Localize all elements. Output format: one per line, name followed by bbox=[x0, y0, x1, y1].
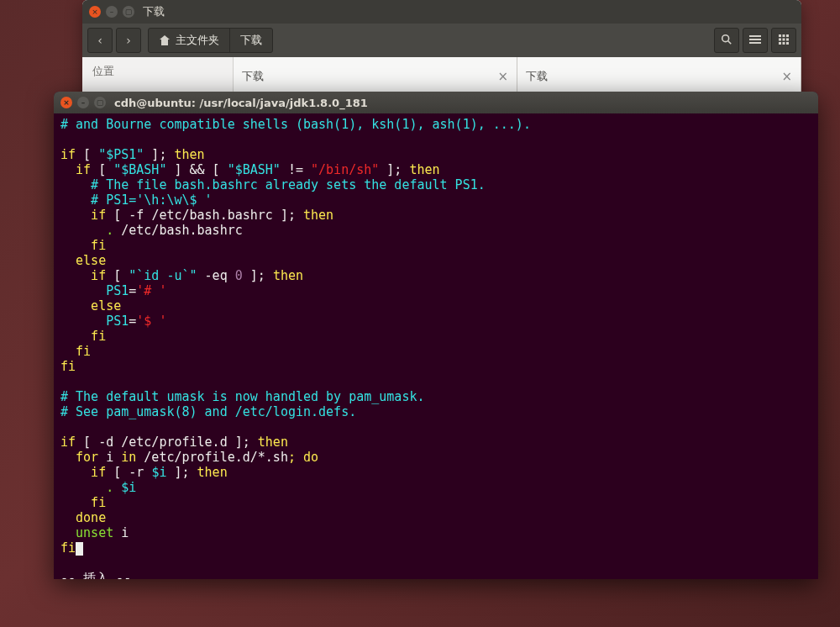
search-button[interactable] bbox=[714, 28, 739, 53]
tab-close-icon[interactable]: × bbox=[781, 69, 792, 84]
close-icon[interactable]: × bbox=[89, 6, 101, 18]
filemgr-toolbar: ‹ › 主文件夹 下载 bbox=[82, 24, 801, 57]
svg-rect-10 bbox=[786, 38, 789, 40]
svg-rect-12 bbox=[783, 42, 785, 45]
view-grid-button[interactable] bbox=[771, 28, 796, 53]
home-icon bbox=[159, 35, 171, 45]
breadcrumb-downloads[interactable]: 下载 bbox=[230, 29, 272, 52]
maximize-icon[interactable]: ▢ bbox=[123, 6, 134, 18]
menu-button[interactable] bbox=[743, 28, 768, 53]
terminal-title: cdh@ubuntu: /usr/local/java/jdk1.8.0_181 bbox=[114, 97, 368, 109]
svg-rect-9 bbox=[783, 38, 785, 40]
filemgr-titlebar[interactable]: × – ▢ 下载 bbox=[82, 0, 801, 24]
tab-close-icon[interactable]: × bbox=[497, 69, 508, 84]
svg-rect-2 bbox=[749, 35, 761, 37]
sidebar-section-label: 位置 bbox=[92, 65, 114, 77]
terminal-window: × – ▢ cdh@ubuntu: /usr/local/java/jdk1.8… bbox=[54, 92, 818, 579]
maximize-icon[interactable]: ▢ bbox=[94, 97, 106, 108]
nav-back-button[interactable]: ‹ bbox=[87, 28, 113, 53]
terminal-content[interactable]: # and Bourne compatible shells (bash(1),… bbox=[54, 113, 818, 579]
svg-rect-11 bbox=[779, 42, 781, 45]
svg-rect-5 bbox=[779, 34, 781, 37]
hamburger-icon bbox=[749, 34, 761, 48]
svg-rect-4 bbox=[749, 42, 761, 44]
terminal-titlebar[interactable]: × – ▢ cdh@ubuntu: /usr/local/java/jdk1.8… bbox=[54, 92, 818, 113]
vim-status-line: -- 插入 -- bbox=[60, 571, 131, 579]
minimize-icon[interactable]: – bbox=[77, 97, 89, 108]
tab-downloads-1[interactable]: 下载 × bbox=[234, 57, 517, 95]
nav-forward-button[interactable]: › bbox=[116, 28, 141, 53]
close-icon[interactable]: × bbox=[60, 97, 72, 108]
grid-icon bbox=[778, 34, 790, 48]
tab-downloads-2[interactable]: 下载 × bbox=[517, 57, 801, 95]
svg-line-1 bbox=[728, 40, 732, 44]
svg-rect-6 bbox=[783, 34, 785, 37]
svg-rect-7 bbox=[786, 34, 789, 37]
terminal-window-controls: × – ▢ bbox=[60, 97, 106, 108]
search-icon bbox=[721, 34, 732, 48]
text-cursor bbox=[76, 542, 83, 556]
svg-rect-3 bbox=[749, 39, 761, 40]
filemgr-sidebar: 位置 bbox=[82, 57, 234, 95]
svg-rect-8 bbox=[779, 38, 781, 40]
filemgr-window-controls: × – ▢ bbox=[89, 6, 134, 18]
breadcrumb: 主文件夹 下载 bbox=[148, 28, 273, 53]
filemgr-body: 位置 下载 × 下载 × bbox=[82, 57, 801, 95]
breadcrumb-home[interactable]: 主文件夹 bbox=[149, 29, 230, 52]
svg-point-0 bbox=[722, 34, 729, 41]
svg-rect-13 bbox=[786, 42, 789, 45]
minimize-icon[interactable]: – bbox=[106, 6, 118, 18]
filemgr-tabs: 下载 × 下载 × bbox=[234, 57, 801, 95]
filemgr-title: 下载 bbox=[143, 4, 165, 19]
